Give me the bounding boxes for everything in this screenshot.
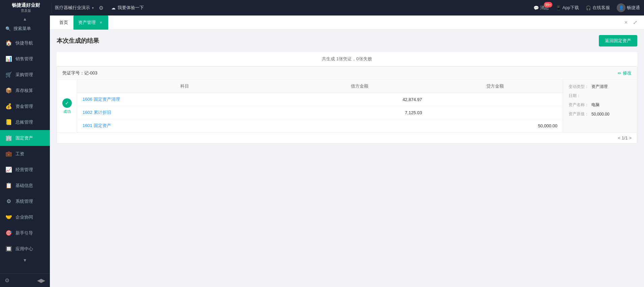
header-divider <box>51 3 52 13</box>
table-row: 1602 累计折旧 7,125.03 <box>77 106 563 119</box>
sidebar-item-operations[interactable]: 📈 经营管理 <box>0 162 50 178</box>
app-download-item[interactable]: 📱 App下载 <box>556 5 579 11</box>
sidebar-item-system[interactable]: ⚙ 系统管理 <box>0 193 50 209</box>
operations-icon: 📈 <box>5 166 12 173</box>
home-tab-label: 首页 <box>59 20 68 26</box>
search-icon: 🔍 <box>5 26 11 31</box>
app-download-label: App下载 <box>562 5 579 11</box>
sidebar: ▲ 🔍 搜索菜单 🏠 快捷导航 📊 销售管理 🛒 采购管理 📦 库存核算 💰 资… <box>0 15 50 287</box>
row3-debit <box>292 119 427 132</box>
change-type-row: 变动类型： 资产清理 <box>569 84 632 90</box>
row2-credit <box>427 106 563 119</box>
tab-bar: 首页 资产管理 × × ⤢ <box>50 15 644 30</box>
asset-name-value: 电脑 <box>591 102 600 108</box>
page-header: 本次生成的结果 返回固定资产 <box>57 35 637 46</box>
date-row: 日期： <box>569 93 632 99</box>
change-type-value: 资产清理 <box>591 84 608 90</box>
sidebar-item-guide[interactable]: 🎯 新手引导 <box>0 225 50 241</box>
sidebar-item-fixed-assets[interactable]: 🏢 固定资产 <box>0 130 50 146</box>
sidebar-item-quick-nav[interactable]: 🏠 快捷导航 <box>0 35 50 51</box>
row3-subject: 1601 固定资产 <box>77 119 292 132</box>
close-panel-button[interactable]: × <box>623 19 629 26</box>
original-value-label: 资产原值： <box>569 111 589 117</box>
col-credit: 贷方金额 <box>427 80 563 93</box>
basics-icon: 📋 <box>5 182 12 189</box>
cloud-icon: ☁ <box>111 5 116 10</box>
tab-close-button[interactable]: × <box>98 20 103 26</box>
sidebar-label-sales: 销售管理 <box>16 56 33 62</box>
edit-label: 修改 <box>623 70 632 76</box>
sidebar-label-ledger: 总账管理 <box>16 119 33 125</box>
sidebar-item-payroll[interactable]: 💼 工资 <box>0 146 50 162</box>
logo-area: 畅捷通好业财 普及版 <box>4 2 48 13</box>
page-content: 本次生成的结果 返回固定资产 共生成 1张凭证，0张失败 凭证字号：记-003 … <box>50 30 644 287</box>
tab-home[interactable]: 首页 <box>55 15 72 30</box>
asset-name-label: 资产名称： <box>569 102 589 108</box>
sidebar-item-purchase[interactable]: 🛒 采购管理 <box>0 67 50 83</box>
sidebar-label-guide: 新手引导 <box>16 230 33 236</box>
company-selector[interactable]: 医疗器械行业演示 ▾ <box>55 5 94 11</box>
home-icon: 🏠 <box>5 40 12 46</box>
asset-name-row: 资产名称： 电脑 <box>569 102 632 108</box>
voucher-header: 凭证字号：记-003 ✏ 修改 <box>57 67 637 80</box>
table-row: 1606 固定资产清理 42,874.97 <box>77 93 563 106</box>
page-title: 本次生成的结果 <box>57 37 99 45</box>
scroll-up-arrow[interactable]: ▲ <box>0 15 50 22</box>
sidebar-item-inventory[interactable]: 📦 库存核算 <box>0 83 50 98</box>
sidebar-label-purchase: 采购管理 <box>16 72 33 78</box>
user-label: 畅捷通 <box>627 5 640 11</box>
sidebar-label-cooperation: 企业协同 <box>16 214 33 220</box>
sidebar-label-finance: 资金管理 <box>16 103 33 109</box>
sidebar-item-ledger[interactable]: 📒 总账管理 <box>0 114 50 130</box>
search-label: 搜索菜单 <box>13 26 31 32</box>
sidebar-item-cooperation[interactable]: 🤝 企业协同 <box>0 209 50 225</box>
edit-button[interactable]: ✏ 修改 <box>618 70 632 76</box>
ledger-icon: 📒 <box>5 119 12 125</box>
scroll-down-arrow[interactable]: ▼ <box>0 257 50 263</box>
sidebar-label-apps: 应用中心 <box>16 246 33 252</box>
top-header: 畅捷通好业财 普及版 医疗器械行业演示 ▾ ⚙ ☁ 我要体验一下 💬 消息 99… <box>0 0 644 15</box>
sidebar-search[interactable]: 🔍 搜索菜单 <box>0 22 50 35</box>
message-item[interactable]: 💬 消息 99+ <box>533 5 549 11</box>
sidebar-item-finance[interactable]: 💰 资金管理 <box>0 98 50 114</box>
content-area: 首页 资产管理 × × ⤢ 本次生成的结果 返回固定资产 共生成 1张凭证，0张… <box>50 15 644 287</box>
col-debit: 借方金额 <box>292 80 427 93</box>
voucher-pagination: < 1/1 > <box>57 132 637 143</box>
company-name: 医疗器械行业演示 <box>55 5 90 11</box>
expand-panel-button[interactable]: ⤢ <box>632 19 639 26</box>
user-item[interactable]: 👤 畅捷通 <box>617 3 640 12</box>
date-label: 日期： <box>569 93 581 99</box>
sidebar-footer: ⚙ ◀▶ <box>0 274 50 287</box>
fixed-assets-icon: 🏢 <box>5 135 12 141</box>
tab-asset-management[interactable]: 资产管理 × <box>73 15 108 30</box>
success-status: ✓ 成功 <box>62 96 72 117</box>
sidebar-label-basics: 基础信息 <box>16 183 33 189</box>
logo-edition: 普及版 <box>21 8 31 13</box>
sidebar-item-basics[interactable]: 📋 基础信息 <box>0 178 50 193</box>
return-button[interactable]: 返回固定资产 <box>599 35 637 46</box>
message-icon: 💬 <box>533 5 539 10</box>
success-text: 成功 <box>63 109 71 114</box>
settings-icon[interactable]: ⚙ <box>96 3 106 12</box>
cooperation-icon: 🤝 <box>5 214 12 220</box>
chevron-down-icon: ▾ <box>92 6 94 10</box>
sidebar-item-sales[interactable]: 📊 销售管理 <box>0 51 50 67</box>
voucher-number: 凭证字号：记-003 <box>62 70 97 76</box>
collapse-icon[interactable]: ◀▶ <box>37 277 45 284</box>
online-service-label: 在线客服 <box>592 5 610 11</box>
sidebar-item-apps[interactable]: 🔲 应用中心 <box>0 241 50 257</box>
online-service-item[interactable]: 🎧 在线客服 <box>586 5 610 11</box>
row2-subject: 1602 累计折旧 <box>77 106 292 119</box>
system-icon: ⚙ <box>5 198 12 204</box>
sidebar-label-quick-nav: 快捷导航 <box>16 40 33 46</box>
pagination-text[interactable]: < 1/1 > <box>618 135 632 140</box>
experience-button[interactable]: ☁ 我要体验一下 <box>111 5 144 11</box>
success-circle-icon: ✓ <box>62 98 72 108</box>
row1-subject: 1606 固定资产清理 <box>77 93 292 106</box>
phone-icon: 📱 <box>556 5 561 10</box>
table-row: 1601 固定资产 50,000.00 <box>77 119 563 132</box>
sidebar-label-inventory: 库存核算 <box>16 88 33 94</box>
settings-footer-icon[interactable]: ⚙ <box>5 277 9 284</box>
sidebar-label-operations: 经营管理 <box>16 167 33 173</box>
original-value-value: 50,000.00 <box>591 112 609 117</box>
